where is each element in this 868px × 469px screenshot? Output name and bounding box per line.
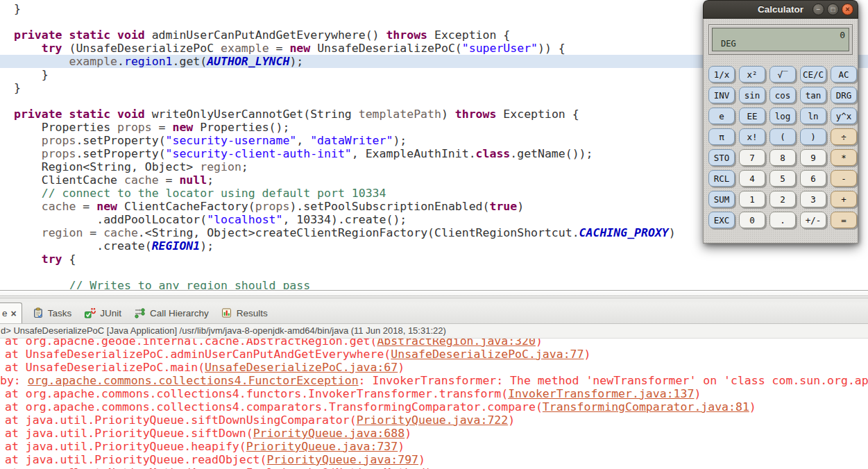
calc-key-π[interactable]: π <box>708 128 735 145</box>
calc-key-.[interactable]: . <box>769 212 796 228</box>
stack-trace-link[interactable]: InvokerTransformer.java:137 <box>508 387 694 400</box>
calc-key-2[interactable]: 2 <box>769 191 796 207</box>
calc-key-INV[interactable]: INV <box>708 87 735 103</box>
code-token: Region<String, Object> <box>14 160 200 173</box>
stack-trace-link[interactable]: UnsafeDeserializePoC.java:67 <box>205 361 398 374</box>
calc-key-=[interactable]: = <box>831 212 857 228</box>
stack-trace-text: at java.util.PriorityQueue.siftDown( <box>5 427 253 440</box>
calc-key-y^x[interactable]: y^x <box>831 108 857 124</box>
calc-key-x![interactable]: x! <box>739 128 765 145</box>
calc-key-5[interactable]: 5 <box>769 170 796 187</box>
calc-key-CE/C[interactable]: CE/C <box>800 66 826 83</box>
calc-key-x²[interactable]: x² <box>739 66 765 83</box>
stack-trace-link[interactable]: TransformingComparator.java:81 <box>543 400 749 413</box>
calc-key-([interactable]: ( <box>769 128 796 145</box>
close-button[interactable]: × <box>842 3 853 15</box>
stack-trace-link[interactable]: UnsafeDeserializePoC.java:77 <box>391 348 584 361</box>
calculator-titlebar[interactable]: Calculator −□× <box>703 0 858 19</box>
code-token: props <box>42 147 76 160</box>
stack-trace-text: ) <box>749 400 756 413</box>
stack-trace-text: ) <box>405 427 411 440</box>
code-token: } <box>14 2 21 15</box>
calc-key-3[interactable]: 3 <box>800 191 826 207</box>
code-line[interactable] <box>0 266 868 279</box>
calc-key-7[interactable]: 7 <box>739 149 765 166</box>
code-token: cache <box>42 200 76 213</box>
code-token: { <box>62 253 76 266</box>
calc-key-1/x[interactable]: 1/x <box>708 66 735 83</box>
stack-trace-line: at java.util.PriorityQueue.siftDownUsing… <box>0 413 868 427</box>
calc-key-6[interactable]: 6 <box>800 170 826 187</box>
code-token: ; <box>207 173 214 187</box>
code-token: ).setPoolSubscriptionEnabled( <box>289 200 489 213</box>
calc-key-RCL[interactable]: RCL <box>708 170 735 187</box>
maximize-button[interactable]: □ <box>827 3 839 15</box>
code-token: try <box>42 253 62 266</box>
tab-call-hierarchy[interactable]: Call Hierarchy <box>128 302 215 323</box>
tab-tasks[interactable]: Tasks <box>26 302 78 323</box>
stack-trace-link[interactable]: PriorityQueue.java:797 <box>267 453 419 466</box>
calc-key-EXC[interactable]: EXC <box>708 212 735 228</box>
code-token <box>14 147 42 160</box>
calc-key-ln[interactable]: ln <box>800 108 826 124</box>
code-token: example <box>69 55 117 68</box>
calc-key-√‾[interactable]: √‾ <box>769 66 796 83</box>
code-token: .setProperty( <box>76 147 165 160</box>
code-token: example <box>221 42 269 55</box>
calc-key-÷[interactable]: ÷ <box>831 128 857 145</box>
calc-key-EE[interactable]: EE <box>739 108 765 124</box>
code-line[interactable]: try { <box>0 253 868 266</box>
code-token: , <box>296 134 310 147</box>
code-token: ) <box>441 108 455 121</box>
tab-junit[interactable]: JUnit <box>78 302 128 323</box>
minimize-button[interactable]: − <box>812 3 824 15</box>
code-token: region1 <box>124 55 173 68</box>
calc-key-SUM[interactable]: SUM <box>708 191 735 207</box>
stack-trace-link[interactable]: org.apache.commons.collections4.FunctorE… <box>28 374 359 387</box>
stack-trace-link[interactable]: PriorityQueue.java:688 <box>253 427 405 440</box>
code-token: Exception { <box>496 108 579 121</box>
stack-trace-link[interactable]: AbstractRegion.java:320 <box>377 339 535 348</box>
code-token: ClientCacheFactory( <box>117 200 255 213</box>
calculator-display: 0 DEG <box>712 28 849 51</box>
calc-key-0[interactable]: 0 <box>739 212 765 228</box>
stack-trace-link[interactable]: PriorityQueue.java:722 <box>357 413 509 427</box>
code-token: class <box>476 147 511 160</box>
calc-key-e[interactable]: e <box>708 108 735 124</box>
calc-key-DRG[interactable]: DRG <box>831 87 857 103</box>
calc-key-*[interactable]: * <box>831 149 857 166</box>
editor-console-splitter[interactable] <box>0 289 868 302</box>
code-token: region <box>42 226 83 239</box>
code-token <box>14 42 42 55</box>
stack-trace-line: at sun.reflect.NativeMethodAccessorImpl.… <box>0 466 868 469</box>
code-token: throws <box>455 108 497 121</box>
calc-key-STO[interactable]: STO <box>708 149 735 166</box>
close-icon[interactable]: × <box>11 308 17 319</box>
code-token <box>14 200 42 213</box>
tab-results[interactable]: Results <box>215 302 274 323</box>
calc-key-AC[interactable]: AC <box>831 66 857 83</box>
calc-key-8[interactable]: 8 <box>769 149 796 166</box>
console-output[interactable]: at org.apache.geode.internal.cache.Abstr… <box>0 339 868 469</box>
code-token: = <box>159 173 180 187</box>
calc-key-1[interactable]: 1 <box>739 191 765 207</box>
calc-key-)[interactable]: ) <box>800 128 826 145</box>
code-token: writeOnlyUserCannotGet(String <box>145 108 359 121</box>
calc-key-tan[interactable]: tan <box>800 87 826 103</box>
calc-key-+[interactable]: + <box>831 191 857 207</box>
code-token: region <box>200 160 241 173</box>
tab-console-active[interactable]: e × <box>0 302 22 323</box>
calc-key-4[interactable]: 4 <box>739 170 765 187</box>
code-token: new <box>173 121 194 134</box>
stack-trace-link[interactable]: PriorityQueue.java:737 <box>246 440 398 453</box>
calc-key-9[interactable]: 9 <box>800 149 826 166</box>
code-token: props <box>42 134 76 147</box>
code-token: ); <box>393 134 407 147</box>
calc-key-sin[interactable]: sin <box>739 87 765 103</box>
calc-key-+/-[interactable]: +/- <box>800 212 826 228</box>
calc-key-log[interactable]: log <box>769 108 796 124</box>
calc-key-cos[interactable]: cos <box>769 87 796 103</box>
calc-key--[interactable]: - <box>831 170 857 187</box>
code-token: UnsafeDeserializePoC( <box>310 42 462 55</box>
code-token <box>14 55 69 68</box>
